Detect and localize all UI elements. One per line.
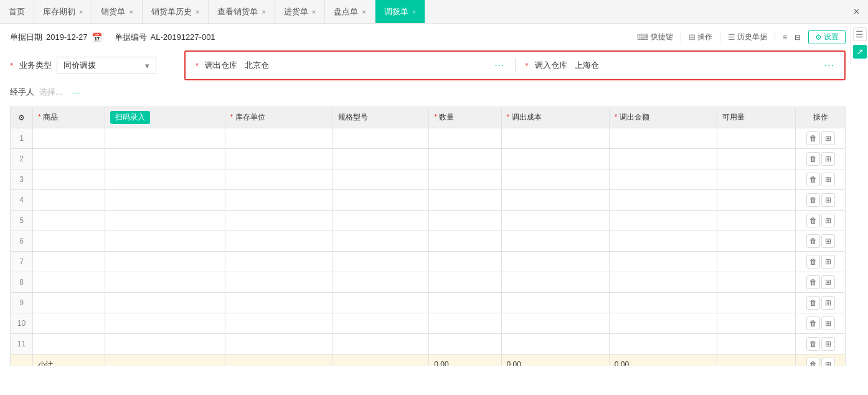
product-cell[interactable] — [33, 128, 105, 149]
calendar-icon[interactable]: 📅 — [92, 32, 102, 42]
handler-more-btn[interactable]: ··· — [72, 88, 81, 97]
right-panel-list-icon[interactable]: ☰ — [853, 27, 867, 41]
spec-cell — [225, 293, 333, 313]
warehouse-in-more-btn[interactable]: ··· — [824, 60, 834, 71]
copy-icon[interactable]: ⊞ — [821, 214, 835, 227]
tab-sales-order-close[interactable]: × — [129, 8, 133, 16]
product-cell[interactable] — [33, 211, 105, 231]
tab-home[interactable]: 首页 — [0, 0, 34, 23]
tab-stocktake-close[interactable]: × — [362, 8, 366, 16]
copy-icon[interactable]: ⊞ — [821, 234, 835, 248]
biz-type-select[interactable]: 同价调拨 ▾ — [57, 57, 156, 74]
tab-sales-history[interactable]: 销货单历史 × — [143, 0, 209, 23]
delete-icon[interactable]: 🗑 — [806, 255, 820, 269]
delete-icon[interactable]: 🗑 — [806, 193, 820, 207]
product-cell[interactable] — [33, 169, 105, 190]
delete-icon[interactable]: 🗑 — [806, 275, 820, 289]
tab-transfer[interactable]: 调拨单 × — [375, 0, 425, 23]
row-num: 11 — [11, 334, 33, 355]
spec-cell — [225, 334, 333, 355]
copy-icon[interactable]: ⊞ — [821, 193, 835, 207]
copy-icon[interactable]: ⊞ — [821, 275, 835, 289]
copy-icon[interactable]: ⊞ — [821, 152, 835, 166]
delete-icon[interactable]: 🗑 — [806, 173, 820, 186]
product-cell[interactable] — [33, 272, 105, 293]
table-row: 10🗑⊞ — [11, 313, 846, 334]
scan-button[interactable]: 扫码录入 — [110, 111, 150, 124]
product-cell[interactable] — [33, 293, 105, 313]
setting-button[interactable]: ⚙ 设置 — [808, 30, 846, 44]
subtotal-label: 小计 — [33, 355, 105, 366]
copy-icon[interactable]: ⊞ — [821, 131, 835, 145]
available-cell — [609, 252, 717, 272]
cost-cell — [429, 149, 501, 169]
subtotal-empty-1 — [105, 355, 225, 366]
layout-action-1[interactable]: ≡ — [783, 33, 787, 42]
tab-stocktake[interactable]: 盘点单 × — [325, 0, 375, 23]
spec-cell — [225, 190, 333, 211]
available-cell — [609, 169, 717, 190]
layout-action-2[interactable]: ⊟ — [795, 33, 801, 42]
subtotal-delete-icon[interactable]: 🗑 — [806, 358, 820, 366]
copy-icon[interactable]: ⊞ — [821, 316, 835, 330]
amount-cell — [501, 252, 609, 272]
available-cell — [609, 272, 717, 293]
tab-sales-history-close[interactable]: × — [196, 8, 199, 16]
product-cell[interactable] — [33, 149, 105, 169]
unit-cell — [105, 313, 225, 334]
unit-required: * — [230, 113, 234, 121]
window-close-button[interactable]: × — [845, 0, 868, 23]
subtotal-copy-icon[interactable]: ⊞ — [821, 358, 835, 366]
copy-icon[interactable]: ⊞ — [821, 173, 835, 186]
available-cell — [609, 334, 717, 355]
unit-cell — [105, 252, 225, 272]
delete-icon[interactable]: 🗑 — [806, 152, 820, 166]
right-panel-expand-icon[interactable]: ↗ — [853, 45, 867, 59]
table-wrapper: ⚙ * 商品 扫码录入 * 库存单位 规格型号 — [10, 104, 846, 366]
delete-icon[interactable]: 🗑 — [806, 337, 820, 351]
warehouse-out-more-btn[interactable]: ··· — [494, 60, 504, 71]
copy-icon[interactable]: ⊞ — [821, 296, 835, 310]
subtotal-amount: 0.00 — [609, 355, 717, 366]
tab-inventory-init-close[interactable]: × — [79, 8, 83, 16]
col-qty: * 数量 — [429, 107, 501, 128]
row-num: 2 — [11, 149, 33, 169]
tab-sales-order[interactable]: 销货单 × — [92, 0, 142, 23]
col-amount-label: 调出金额 — [620, 113, 649, 121]
tab-purchase-close[interactable]: × — [312, 8, 316, 16]
copy-icon[interactable]: ⊞ — [821, 337, 835, 351]
tab-inventory-init[interactable]: 库存期初 × — [34, 0, 92, 23]
form-area: * 业务类型 同价调拨 ▾ * 调出仓库 北京仓 ··· * 调入仓库 — [10, 50, 846, 98]
tab-transfer-close[interactable]: × — [412, 8, 416, 16]
delete-icon[interactable]: 🗑 — [806, 234, 820, 248]
tab-purchase[interactable]: 进货单 × — [275, 0, 325, 23]
tab-check-sales[interactable]: 查看销货单 × — [209, 0, 275, 23]
available-cell — [609, 149, 717, 169]
right-panel: ☰ ↗ — [851, 24, 868, 65]
delete-icon[interactable]: 🗑 — [806, 296, 820, 310]
history-action[interactable]: ☰ 历史单据 — [728, 32, 767, 42]
subtotal-row: 小计 0.00 0.00 0.00 🗑⊞ — [11, 355, 846, 366]
row-num: 6 — [11, 231, 33, 252]
col-cost-label: 调出成本 — [512, 113, 542, 121]
shortcut-action[interactable]: ⌨ 快捷键 — [637, 32, 673, 42]
tab-sales-order-label: 销货单 — [101, 6, 125, 17]
delete-icon[interactable]: 🗑 — [806, 214, 820, 227]
qty-cell — [333, 252, 428, 272]
tab-check-sales-close[interactable]: × — [262, 8, 265, 16]
col-settings[interactable]: ⚙ — [11, 107, 33, 128]
available-cell — [609, 128, 717, 149]
delete-icon[interactable]: 🗑 — [806, 131, 820, 145]
handler-placeholder[interactable]: 选择... — [39, 87, 62, 98]
product-cell[interactable] — [33, 252, 105, 272]
main-content: 单据日期 2019-12-27 📅 单据编号 AL-20191227-001 ⌨… — [0, 24, 868, 372]
copy-icon[interactable]: ⊞ — [821, 255, 835, 269]
doc-no-label: 单据编号 — [115, 32, 147, 43]
product-cell[interactable] — [33, 190, 105, 211]
ops-action[interactable]: ⊞ 操作 — [689, 32, 712, 42]
subtotal-qty: 0.00 — [429, 355, 501, 366]
product-cell[interactable] — [33, 313, 105, 334]
product-cell[interactable] — [33, 231, 105, 252]
product-cell[interactable] — [33, 334, 105, 355]
delete-icon[interactable]: 🗑 — [806, 316, 820, 330]
